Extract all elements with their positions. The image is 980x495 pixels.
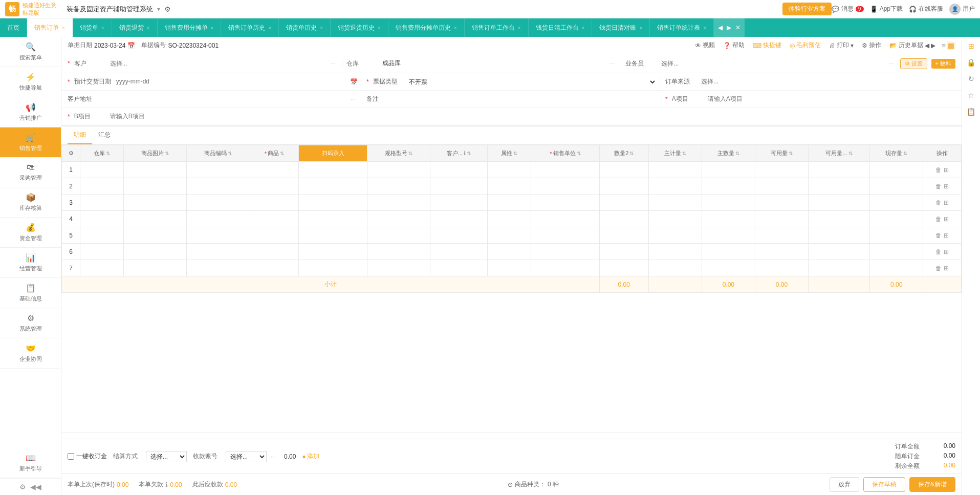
row-code[interactable] [187, 211, 250, 227]
tab-expense-history[interactable]: 销售费用分摊单历史 × [388, 18, 465, 37]
row-spec[interactable] [367, 260, 430, 276]
close-icon[interactable]: × [582, 25, 585, 31]
sidebar-item-quicknav[interactable]: ⚡ 快捷导航 [0, 67, 61, 97]
action-btn[interactable]: 体验行业方案 [782, 3, 832, 15]
sidebar-item-operations[interactable]: 📊 经营管理 [0, 248, 61, 278]
row-warehouse[interactable] [80, 162, 124, 178]
tab-detail[interactable]: 明细 [68, 126, 92, 144]
row-qty2[interactable] [599, 211, 648, 227]
sidebar-item-purchase[interactable]: 🛍 采购管理 [0, 158, 61, 187]
close-icon[interactable]: × [703, 25, 706, 31]
delete-row-btn[interactable]: 🗑 [935, 183, 942, 190]
row-unit[interactable] [531, 162, 599, 178]
user-btn[interactable]: 👤 用户 [949, 4, 975, 15]
row-attr[interactable] [487, 227, 531, 244]
row-goods[interactable] [250, 178, 299, 195]
tab-sales-expense[interactable]: 销售费用分摊单 × [158, 18, 222, 37]
row-unit[interactable] [531, 195, 599, 211]
tab-sales-order-history[interactable]: 销售订单历史 × [221, 18, 279, 37]
copy-row-btn[interactable]: ⊞ [944, 216, 949, 223]
print-dropdown-icon[interactable]: ▾ [851, 42, 854, 49]
delivery-calendar-icon[interactable]: 📅 [350, 78, 358, 85]
save-draft-btn[interactable]: 保存草稿 [863, 477, 905, 492]
row-main-qty[interactable] [702, 211, 755, 227]
nav-left-arrow[interactable]: ◀ [716, 24, 725, 31]
warehouse-dots[interactable]: ··· [607, 60, 617, 67]
tab-sales-bill[interactable]: 销货单 × [73, 18, 112, 37]
nav-right-arrow[interactable]: ▶ [725, 24, 733, 31]
copy-row-btn[interactable]: ⊞ [944, 265, 949, 272]
add-item-btn[interactable]: + 物料 [931, 59, 955, 69]
right-btn-5[interactable]: 📋 [964, 104, 978, 119]
row-warehouse[interactable] [80, 211, 124, 227]
customer-dots[interactable]: ··· [329, 60, 338, 67]
row-spec[interactable] [367, 244, 430, 260]
row-attr[interactable] [487, 178, 531, 195]
sidebar-settings-icon[interactable]: ⚙ [19, 483, 26, 491]
view-btn[interactable]: 👁 视频 [693, 40, 717, 51]
close-icon[interactable]: × [268, 25, 271, 31]
row-main-qty[interactable] [702, 244, 755, 260]
order-source-input[interactable] [699, 76, 955, 87]
row-customer[interactable] [430, 162, 487, 178]
sidebar-item-guide[interactable]: 📖 新手引导 [0, 448, 61, 478]
row-unit[interactable] [531, 178, 599, 195]
row-qty2[interactable] [599, 227, 648, 244]
tab-sales-return[interactable]: 销货退货 × [112, 18, 158, 37]
row-code[interactable] [187, 227, 250, 244]
nav-close-all[interactable]: ✕ [733, 24, 743, 31]
row-attr[interactable] [487, 211, 531, 227]
row-warehouse[interactable] [80, 244, 124, 260]
row-main-qty[interactable] [702, 178, 755, 195]
row-customer[interactable] [430, 260, 487, 276]
tab-daily-reconcile[interactable]: 钱货日清对账 × [592, 18, 650, 37]
row-spec[interactable] [367, 178, 430, 195]
delete-row-btn[interactable]: 🗑 [935, 199, 942, 206]
copy-row-btn[interactable]: ⊞ [944, 232, 949, 239]
row-qty2[interactable] [599, 260, 648, 276]
address-input[interactable] [101, 94, 345, 104]
tab-return-history[interactable]: 销货退货历史 × [331, 18, 388, 37]
tab-order-workbench[interactable]: 销售订单工作台 × [465, 18, 529, 37]
row-qty2[interactable] [599, 162, 648, 178]
row-unit[interactable] [531, 227, 599, 244]
profit-btn[interactable]: ◎ 毛利预估 [788, 40, 823, 51]
tab-summary[interactable]: 汇总 [92, 126, 117, 144]
settings-icon[interactable]: ⚙ [164, 5, 171, 13]
row-main-qty[interactable] [702, 162, 755, 178]
row-unit[interactable] [531, 260, 599, 276]
staff-input[interactable] [659, 58, 883, 69]
row-unit[interactable] [531, 244, 599, 260]
row-warehouse[interactable] [80, 227, 124, 244]
delete-row-btn[interactable]: 🗑 [935, 232, 942, 239]
discard-btn[interactable]: 放弃 [830, 477, 859, 492]
invoice-select[interactable]: 不开票 [407, 78, 657, 86]
tab-daily-workbench[interactable]: 钱货日清工作台 × [529, 18, 593, 37]
calendar-icon[interactable]: 📅 [127, 42, 135, 49]
row-goods[interactable] [250, 227, 299, 244]
sidebar-item-enterprise[interactable]: 🤝 企业协同 [0, 338, 61, 369]
pay-method-select[interactable]: 选择... [146, 451, 187, 462]
app-download-btn[interactable]: 📱 App下载 [870, 5, 903, 13]
list-view-icon[interactable]: ≡ [942, 41, 946, 50]
sidebar-item-marketing[interactable]: 📢 营销推广 [0, 97, 61, 127]
row-attr[interactable] [487, 244, 531, 260]
grid-view-icon[interactable]: ▦ [947, 41, 955, 50]
row-qty2[interactable] [599, 244, 648, 260]
right-btn-3[interactable]: ↻ [964, 72, 978, 86]
delete-row-btn[interactable]: 🗑 [935, 166, 942, 174]
row-spec[interactable] [367, 195, 430, 211]
row-qty2[interactable] [599, 178, 648, 195]
row-goods[interactable] [250, 260, 299, 276]
bank-dots[interactable]: ··· [269, 453, 278, 460]
delivery-input[interactable] [114, 76, 347, 87]
history-btn[interactable]: 📂 历史单据 ◀ ▶ [887, 40, 938, 51]
sidebar-item-basic-info[interactable]: 📋 基础信息 [0, 278, 61, 308]
row-warehouse[interactable] [80, 195, 124, 211]
row-spec[interactable] [367, 211, 430, 227]
row-attr[interactable] [487, 195, 531, 211]
row-code[interactable] [187, 162, 250, 178]
a-project-input[interactable] [706, 94, 955, 104]
right-btn-2[interactable]: 🔒 [964, 55, 978, 70]
settings-side-btn[interactable]: ⚙ 设置 [900, 58, 927, 69]
